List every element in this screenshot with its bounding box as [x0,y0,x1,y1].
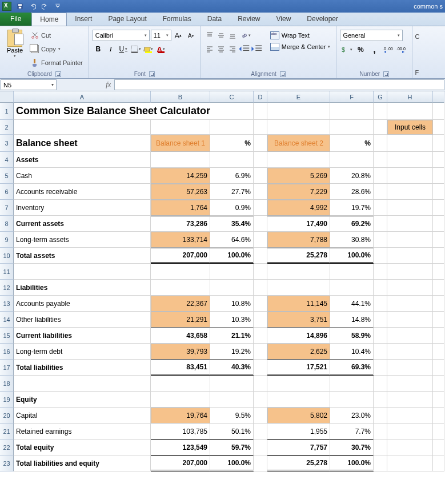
qat-redo-button[interactable] [39,1,51,11]
cell-cap-f[interactable]: 23.0% [330,408,374,424]
cell-tl-b[interactable]: 83,451 [151,360,210,376]
select-all-corner[interactable] [0,91,14,103]
cell-te-e[interactable]: 7,757 [267,440,330,455]
col-header-C[interactable]: C [210,91,254,103]
row-header-12[interactable]: 12 [0,280,14,296]
align-top-button[interactable] [204,30,215,41]
cut-button[interactable]: Cut [29,31,85,40]
cell-tle-label[interactable]: Total liabilities and equity [14,455,151,471]
cell-ca-e[interactable]: 17,490 [267,216,330,232]
cell[interactable] [254,135,267,152]
cell[interactable] [374,312,387,328]
cell-ta-c[interactable]: 100.0% [210,248,254,264]
cell[interactable] [254,184,267,200]
cell[interactable] [387,216,433,232]
increase-decimal-button[interactable]: .0.00 [381,43,395,56]
comma-format-button[interactable]: , [367,43,381,56]
col-header-edge[interactable] [433,91,444,103]
tab-data[interactable]: Data [199,13,230,26]
row-header-23[interactable]: 23 [0,455,14,471]
cell[interactable] [330,376,374,392]
cell[interactable] [374,184,387,200]
row-header-6[interactable]: 6 [0,184,14,200]
cell-bs1-header[interactable]: Balance sheet 1 [151,135,210,152]
cell-tl-c[interactable]: 40.3% [210,360,254,376]
cell[interactable] [387,424,433,440]
cell[interactable] [254,392,267,408]
borders-button[interactable]: ▾ [130,43,142,55]
cell[interactable] [267,264,330,280]
cell[interactable] [387,376,433,392]
cell[interactable] [151,280,210,296]
cell-re-c[interactable]: 50.1% [210,424,254,440]
cell[interactable] [387,264,433,280]
cell-tle-c[interactable]: 100.0% [210,455,254,471]
cell[interactable] [433,120,444,135]
cell[interactable] [387,168,433,184]
cell-ar-e[interactable]: 7,229 [267,184,330,200]
decrease-font-button[interactable]: A▾ [185,30,197,41]
cell[interactable] [387,200,433,216]
align-right-button[interactable] [227,43,238,55]
cell-lta-f[interactable]: 30.8% [330,232,374,248]
cell-tl-label[interactable]: Total liabilities [14,360,151,376]
cell[interactable] [330,264,374,280]
alignment-dialog-launcher[interactable] [280,71,286,77]
cell[interactable] [254,152,267,168]
cell[interactable] [374,168,387,184]
cell[interactable] [254,312,267,328]
cell-ltd-b[interactable]: 39,793 [151,344,210,360]
cell[interactable] [210,392,254,408]
cell[interactable] [433,312,444,328]
cell[interactable] [387,312,433,328]
increase-indent-button[interactable] [251,43,263,55]
cell-ca-c[interactable]: 35.4% [210,216,254,232]
cell[interactable] [387,135,433,152]
cell[interactable] [387,184,433,200]
cell[interactable] [374,152,387,168]
increase-font-button[interactable]: A▴ [173,30,184,41]
accounting-format-button[interactable]: $▾ [340,43,354,56]
col-header-G[interactable]: G [374,91,387,103]
row-header-20[interactable]: 20 [0,408,14,424]
cell[interactable] [374,424,387,440]
cell[interactable] [254,232,267,248]
cell-ca-label[interactable]: Current assets [14,216,151,232]
cell[interactable] [267,152,330,168]
cell[interactable] [330,280,374,296]
cell-lta-label[interactable]: Long-term assets [14,232,151,248]
cell-lta-e[interactable]: 7,788 [267,232,330,248]
cell[interactable] [387,344,433,360]
row-header-11[interactable]: 11 [0,264,14,280]
cell-equity-header[interactable]: Equity [14,392,151,408]
cell[interactable] [433,440,444,455]
format-painter-button[interactable]: Format Painter [29,58,85,67]
cell[interactable] [387,296,433,312]
cell[interactable] [433,296,444,312]
row-header-15[interactable]: 15 [0,328,14,344]
cell[interactable] [387,280,433,296]
cell[interactable] [433,200,444,216]
cell-cash-label[interactable]: Cash [14,168,151,184]
decrease-decimal-button[interactable]: .00.0 [395,43,408,56]
cell-ol-f[interactable]: 14.8% [330,312,374,328]
orientation-button[interactable]: ab▾ [238,30,253,41]
col-header-F[interactable]: F [330,91,374,103]
cell-ol-b[interactable]: 21,291 [151,312,210,328]
row-header-1[interactable]: 1 [0,103,14,120]
cell[interactable] [254,424,267,440]
cell[interactable] [254,200,267,216]
cell-cl-e[interactable]: 14,896 [267,328,330,344]
row-header-13[interactable]: 13 [0,296,14,312]
cell[interactable] [374,103,387,120]
cell[interactable] [330,152,374,168]
cell[interactable] [433,280,444,296]
cell[interactable] [374,376,387,392]
cell-ta-label[interactable]: Total assets [14,248,151,264]
cell[interactable] [254,408,267,424]
tab-view[interactable]: View [268,13,299,26]
font-dialog-launcher[interactable] [149,71,155,77]
cell[interactable] [387,408,433,424]
cell[interactable] [374,455,387,471]
cell[interactable] [254,376,267,392]
